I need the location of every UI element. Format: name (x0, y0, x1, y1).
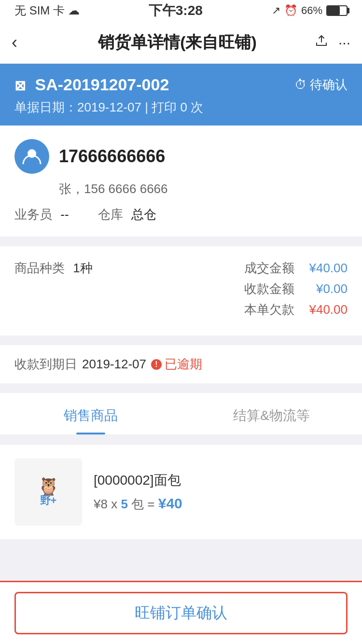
received-row: 收款金额 ¥0.00 (244, 280, 348, 297)
confirm-button[interactable]: 旺铺订单确认 (14, 592, 348, 634)
avatar (14, 139, 49, 174)
confirm-button-label: 旺铺订单确认 (135, 602, 227, 624)
customer-top: 17666666666 (14, 139, 348, 174)
order-icon: ⊠ (14, 78, 26, 93)
status-bar: 无 SIM 卡 ☁ 下午3:28 ↗ ⏰ 66% (0, 0, 362, 21)
category-field: 商品种类 1种 (14, 260, 93, 277)
product-item: 🦉 野+ [0000002]面包 ¥8 x 5 包 = ¥40 (14, 458, 348, 526)
order-id: ⊠ SA-20191207-002 (14, 75, 169, 94)
customer-section: 17666666666 张，156 6666 6666 业务员 -- 仓库 总仓 (0, 126, 362, 237)
battery-percent: 66% (301, 4, 322, 17)
clock-icon: ⏱ (294, 77, 307, 92)
product-price: ¥8 x 5 包 = ¥40 (94, 495, 182, 513)
product-section: 🦉 野+ [0000002]面包 ¥8 x 5 包 = ¥40 (0, 445, 362, 539)
owed-value: ¥40.00 (309, 302, 348, 317)
overdue-badge: ! 已逾期 (151, 356, 202, 373)
product-info: [0000002]面包 ¥8 x 5 包 = ¥40 (94, 471, 182, 513)
due-date-section: 收款到期日 2019-12-07 ! 已逾期 (0, 345, 362, 383)
more-button[interactable]: ··· (338, 34, 350, 51)
summary-right: 成交金额 ¥40.00 收款金额 ¥0.00 本单欠款 ¥40.00 (244, 260, 348, 322)
summary-left: 商品种类 1种 (14, 260, 93, 280)
overdue-icon: ! (151, 359, 162, 370)
product-thumbnail: 🦉 野+ (14, 458, 82, 526)
alarm-icon: ⏰ (284, 4, 297, 17)
customer-name: 张，156 6666 6666 (14, 181, 348, 197)
overdue-text: 已逾期 (165, 356, 202, 373)
due-label: 收款到期日 (14, 356, 77, 373)
status-right: ↗ ⏰ 66% (272, 4, 348, 17)
customer-phone: 17666666666 (59, 146, 165, 167)
order-banner: ⊠ SA-20191207-002 ⏱ 待确认 单据日期：2019-12-07 … (0, 64, 362, 126)
page-title: 销货单详情(来自旺铺) (41, 31, 314, 54)
location-icon: ↗ (272, 4, 280, 17)
owed-row: 本单欠款 ¥40.00 (244, 301, 348, 318)
order-banner-top: ⊠ SA-20191207-002 ⏱ 待确认 (14, 75, 348, 94)
back-button[interactable]: ‹ (12, 32, 41, 53)
due-date-value: 2019-12-07 (82, 357, 146, 372)
warehouse-field: 仓库 总仓 (98, 206, 156, 223)
status-left: 无 SIM 卡 ☁ (14, 3, 80, 18)
battery-icon (326, 5, 348, 16)
order-status: ⏱ 待确认 (294, 76, 348, 93)
product-logo: 🦉 野+ (38, 478, 59, 506)
product-name: [0000002]面包 (94, 471, 182, 490)
tab-settlement[interactable]: 结算&物流等 (181, 393, 362, 434)
nav-actions: ··· (314, 33, 350, 51)
share-button[interactable] (314, 33, 329, 51)
summary-section: 商品种类 1种 成交金额 ¥40.00 收款金额 ¥0.00 本单欠款 ¥40.… (0, 246, 362, 336)
deal-row: 成交金额 ¥40.00 (244, 260, 348, 277)
confirm-section: 旺铺订单确认 (0, 581, 362, 644)
customer-meta: 业务员 -- 仓库 总仓 (14, 206, 348, 223)
deal-value: ¥40.00 (309, 261, 348, 276)
salesperson-field: 业务员 -- (14, 206, 69, 223)
tabs: 销售商品 结算&物流等 (0, 393, 362, 435)
status-time: 下午3:28 (149, 1, 203, 20)
order-date: 单据日期：2019-12-07 | 打印 0 次 (14, 99, 348, 116)
tab-sales-products[interactable]: 销售商品 (0, 393, 181, 434)
no-sim-label: 无 SIM 卡 ☁ (14, 3, 80, 18)
nav-bar: ‹ 销货单详情(来自旺铺) ··· (0, 21, 362, 64)
received-value: ¥0.00 (316, 281, 348, 296)
